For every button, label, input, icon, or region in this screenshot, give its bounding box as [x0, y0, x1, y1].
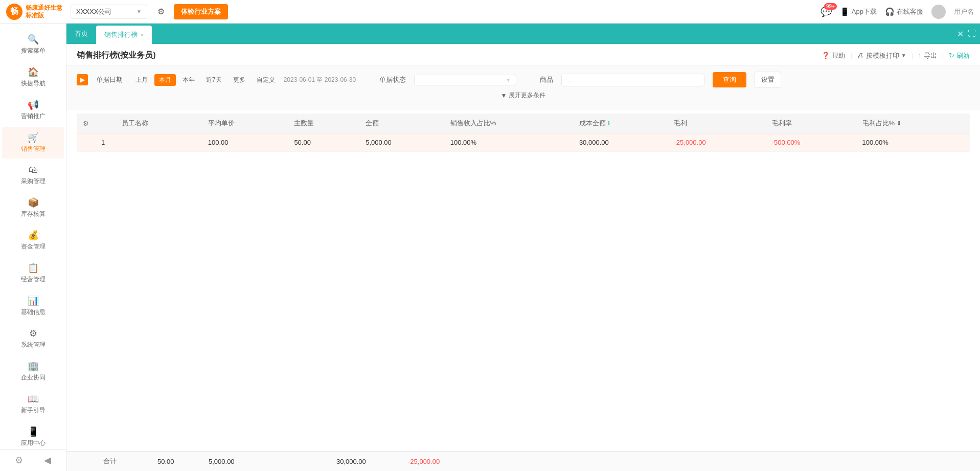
sidebar-item-guide[interactable]: 📖 新手引导	[2, 388, 64, 420]
column-settings-button[interactable]: 设置	[755, 72, 781, 88]
row-settings	[77, 133, 95, 152]
purchase-icon: 🛍	[29, 165, 38, 175]
sidebar-item-label: 系统管理	[21, 341, 45, 349]
table-container: ⚙ 员工名称 平均单价 主数量 全额 销售收入占比% 成本全额 ℹ 毛利 毛利率	[66, 109, 980, 451]
top-bar: 畅 畅康通好生意 标准版 XXXXX公司 ▼ ⚙ 体验行业方案 💬 99+ 📱 …	[0, 0, 980, 24]
sidebar-item-quicknav[interactable]: 🏠 快捷导航	[2, 61, 64, 93]
page-content: 销售排行榜(按业务员) ❓ 帮助 | 🖨 按模板打印 ▼ |	[66, 44, 980, 471]
tab-maximize-button[interactable]: ⛶	[968, 29, 976, 38]
goods-label: 商品	[540, 75, 553, 84]
goods-input-placeholder: ...	[567, 76, 699, 84]
sidebar-item-basics[interactable]: 📊 基础信息	[2, 290, 64, 322]
col-sales-pct: 销售收入占比%	[444, 114, 573, 133]
sidebar-item-label: 销售管理	[21, 145, 45, 153]
sidebar-item-finance[interactable]: 💰 资金管理	[2, 225, 64, 256]
row-cost: 30,000.00	[573, 133, 668, 152]
status-label: 单据状态	[379, 75, 406, 84]
sidebar-collapse-button[interactable]: ◀	[44, 455, 51, 466]
sidebar-item-system[interactable]: ⚙ 系统管理	[2, 323, 64, 354]
print-dropdown-arrow: ▼	[901, 53, 906, 58]
home-icon: 🏠	[28, 66, 39, 78]
notification-badge: 99+	[824, 3, 837, 10]
filter-toggle-arrow[interactable]: ▶	[77, 74, 88, 85]
row-profit-pct: 100.00%	[856, 133, 970, 152]
settings-gear-button[interactable]: ⚙	[153, 4, 169, 19]
expand-row: ▼ 展开更多条件	[77, 88, 970, 103]
sidebar-item-label: 应用中心	[21, 439, 45, 447]
trial-button[interactable]: 体验行业方案	[174, 4, 228, 19]
col-avg-price: 平均单价	[202, 114, 288, 133]
online-service-link[interactable]: 🎧 在线客服	[885, 7, 923, 16]
date-pill-last-month[interactable]: 上月	[131, 74, 152, 86]
row-sales-pct: 100.00%	[444, 133, 573, 152]
tab-close-icon[interactable]: ×	[141, 32, 144, 38]
marketing-icon: 📢	[28, 99, 39, 110]
row-amount: 5,000.00	[359, 133, 444, 152]
sidebar-item-label: 基础信息	[21, 308, 45, 317]
tab-bar: 首页 销售排行榜 × ✕ ⛶	[66, 24, 980, 44]
user-avatar[interactable]	[931, 5, 946, 19]
row-quantity: 50.00	[288, 133, 359, 152]
basics-icon: 📊	[28, 295, 39, 306]
sidebar-bottom: ⚙ ◀	[0, 449, 66, 471]
sidebar-item-search[interactable]: 🔍 搜索菜单	[2, 29, 64, 60]
top-right-area: 💬 99+ 📱 App下载 🎧 在线客服 用户名	[821, 5, 974, 19]
print-icon: 🖨	[857, 52, 864, 59]
template-print-button[interactable]: 🖨 按模板打印 ▼	[857, 51, 906, 60]
sidebar-item-sales[interactable]: 🛒 销售管理	[2, 127, 64, 159]
sidebar-settings-button[interactable]: ⚙	[15, 455, 23, 466]
col-rank	[95, 114, 116, 133]
company-selector[interactable]: XXXXX公司 ▼	[71, 5, 147, 19]
filter-row-1: ▶ 单据日期 上月 本月 本年 近7天 更多 自定义 2023-06-01 至 …	[77, 72, 970, 88]
tab-home[interactable]: 首页	[66, 24, 96, 44]
sidebar-item-enterprise[interactable]: 🏢 企业协同	[2, 355, 64, 387]
sidebar-item-apps[interactable]: 📱 应用中心	[2, 421, 64, 449]
row-employee-name	[116, 133, 202, 152]
profit-sort-icon[interactable]: ⬇	[897, 120, 901, 126]
help-button[interactable]: ❓ 帮助	[822, 51, 845, 60]
sales-icon: 🛒	[28, 132, 39, 143]
notification-button[interactable]: 💬 99+	[821, 6, 832, 17]
sidebar-item-label: 营销推广	[21, 112, 45, 121]
tab-close-button[interactable]: ✕	[957, 29, 964, 39]
goods-input[interactable]: ...	[561, 74, 704, 86]
date-pill-custom[interactable]: 自定义	[252, 74, 280, 86]
cost-info-icon[interactable]: ℹ	[608, 120, 610, 126]
col-settings[interactable]: ⚙	[77, 114, 95, 133]
sidebar-menu: 🔍 搜索菜单 🏠 快捷导航 📢 营销推广 🛒 销售管理 🛍 采购管	[0, 24, 66, 449]
query-button[interactable]: 查询	[713, 72, 746, 87]
col-profit: 毛利	[668, 114, 765, 133]
sidebar-item-marketing[interactable]: 📢 营销推广	[2, 94, 64, 126]
app-download-link[interactable]: 📱 App下载	[840, 7, 877, 16]
expand-conditions-button[interactable]: ▼ 展开更多条件	[501, 91, 546, 100]
system-icon: ⚙	[29, 328, 37, 339]
row-avg-price: 100.00	[202, 133, 288, 152]
refresh-button[interactable]: ↻ 刷新	[949, 51, 970, 60]
table-row[interactable]: 1 100.00 50.00 5,000.00 100.00% 30,000.0…	[77, 133, 970, 152]
guide-icon: 📖	[28, 393, 39, 405]
content-area: 首页 销售排行榜 × ✕ ⛶ 销售排行榜(按业务员)	[66, 24, 980, 471]
date-pills: 上月 本月 本年 近7天 更多 自定义 2023-06-01 至 2023-06…	[131, 74, 356, 86]
sidebar-item-purchase[interactable]: 🛍 采购管理	[2, 160, 64, 191]
date-pill-7days[interactable]: 近7天	[201, 74, 226, 86]
tab-home-label: 首页	[75, 29, 88, 38]
page-header: 销售排行榜(按业务员) ❓ 帮助 | 🖨 按模板打印 ▼ |	[66, 44, 980, 65]
date-pill-more[interactable]: 更多	[229, 74, 250, 86]
logo-area: 畅 畅康通好生意 标准版	[6, 4, 62, 20]
refresh-icon: ↻	[949, 52, 954, 59]
help-icon: ❓	[822, 52, 830, 59]
col-amount: 全额	[359, 114, 444, 133]
table-footer: 合计 50.00 5,000.00 30,000.00 -25,000.00	[66, 451, 980, 471]
sidebar-item-inventory[interactable]: 📦 库存核算	[2, 192, 64, 223]
sidebar-item-label: 库存核算	[21, 210, 45, 218]
ranking-table: ⚙ 员工名称 平均单价 主数量 全额 销售收入占比% 成本全额 ℹ 毛利 毛利率	[77, 114, 970, 152]
tab-sales-ranking[interactable]: 销售排行榜 ×	[96, 26, 152, 44]
footer-quantity: 50.00	[157, 458, 198, 465]
date-pill-this-month[interactable]: 本月	[154, 74, 176, 86]
date-pill-this-year[interactable]: 本年	[178, 74, 199, 86]
export-button[interactable]: ↑ 导出	[918, 51, 937, 60]
sidebar-item-label: 搜索菜单	[21, 47, 45, 55]
sidebar-item-operations[interactable]: 📋 经营管理	[2, 257, 64, 289]
status-select[interactable]: ▼	[414, 75, 516, 85]
row-margin: -500.00%	[766, 133, 856, 152]
